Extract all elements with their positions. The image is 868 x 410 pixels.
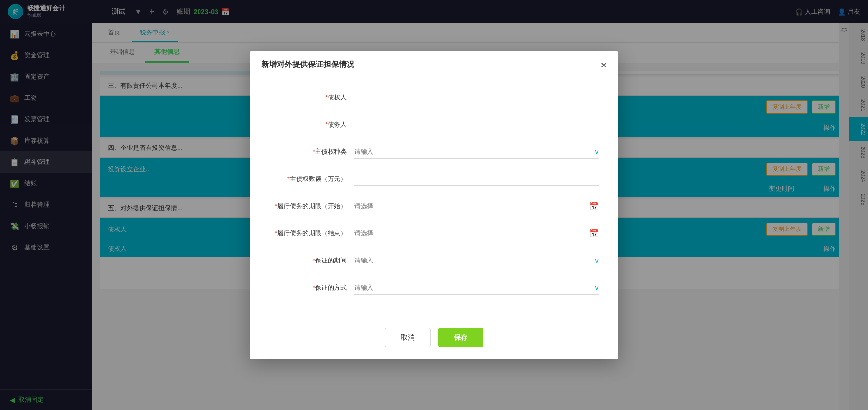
dialog-body: *债权人 *债务人 *主债权种类 ∨ (250, 79, 618, 320)
guarantee-period-select[interactable]: ∨ (354, 254, 599, 267)
form-row-guarantee-period: *保证的期间 ∨ (269, 254, 599, 267)
debt-amount-label: *主债权数额（万元） (269, 175, 347, 183)
form-row-debtor: *债务人 (269, 118, 599, 131)
dialog-header: 新增对外提供保证担保情况 × (250, 51, 618, 79)
save-button[interactable]: 保存 (438, 328, 483, 347)
dialog-close-btn[interactable]: × (601, 60, 607, 70)
dialog-footer: 取消 保存 (250, 320, 618, 359)
form-row-period-end: *履行债务的期限（结束） 📅 (269, 227, 599, 240)
debtor-input[interactable] (354, 118, 599, 131)
debt-type-input[interactable] (354, 145, 594, 158)
dialog-title: 新增对外提供保证担保情况 (261, 60, 354, 70)
form-row-guarantee-method: *保证的方式 ∨ (269, 281, 599, 295)
period-end-label: *履行债务的期限（结束） (269, 229, 347, 238)
guarantee-period-label: *保证的期间 (269, 256, 347, 265)
debtor-label: *债务人 (269, 120, 347, 129)
creditor-input[interactable] (354, 91, 599, 104)
period-start-input[interactable] (354, 199, 589, 213)
dialog: 新增对外提供保证担保情况 × *债权人 *债务人 *主债权种类 (250, 51, 618, 359)
form-row-debt-amount: *主债权数额（万元） (269, 172, 599, 186)
guarantee-period-input[interactable] (354, 254, 594, 267)
period-start-label: *履行债务的期限（开始） (269, 202, 347, 211)
guarantee-method-input[interactable] (354, 281, 594, 294)
form-row-debt-type: *主债权种类 ∨ (269, 145, 599, 159)
form-row-period-start: *履行债务的期限（开始） 📅 (269, 199, 599, 213)
guarantee-period-chevron-icon: ∨ (594, 257, 599, 264)
chevron-down-icon: ∨ (594, 148, 599, 156)
period-start-date[interactable]: 📅 (354, 199, 599, 213)
guarantee-method-chevron-icon: ∨ (594, 284, 599, 292)
debt-amount-input[interactable] (354, 172, 599, 186)
creditor-label: *债权人 (269, 93, 347, 102)
debt-type-select[interactable]: ∨ (354, 145, 599, 159)
period-end-date[interactable]: 📅 (354, 227, 599, 240)
form-row-creditor: *债权人 (269, 91, 599, 104)
calendar-end-icon[interactable]: 📅 (589, 229, 599, 238)
dialog-overlay[interactable]: 新增对外提供保证担保情况 × *债权人 *债务人 *主债权种类 (0, 0, 868, 410)
guarantee-method-select[interactable]: ∨ (354, 281, 599, 295)
cancel-button[interactable]: 取消 (385, 328, 431, 347)
guarantee-method-label: *保证的方式 (269, 283, 347, 292)
debt-type-label: *主债权种类 (269, 148, 347, 156)
calendar-start-icon[interactable]: 📅 (589, 201, 599, 211)
period-end-input[interactable] (354, 227, 589, 240)
